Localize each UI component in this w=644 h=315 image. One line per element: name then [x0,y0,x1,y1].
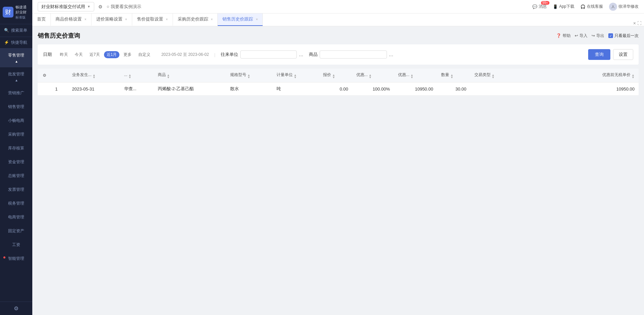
date-opt-last7[interactable]: 近7天 [87,51,103,58]
workspace-selector[interactable]: 好业财标准版交付试用 ▼ [38,2,94,11]
message-button[interactable]: 💬 99+ 消息 [532,4,547,9]
app-download-button[interactable]: 📱 App下载 [553,4,574,9]
sidebar-search[interactable]: 🔍 搜索菜单 [0,24,32,37]
sidebar-item-label: 采购管理 [8,132,24,137]
sidebar-item-ecommerce-small[interactable]: 小畅电商 [0,114,32,128]
product-input[interactable] [320,50,387,59]
column-settings-icon[interactable]: ⚙ [43,73,46,78]
demo-link[interactable]: ○ 我要看实例演示 [107,4,141,10]
import-icon: ↩ [575,33,578,38]
product-dots-button[interactable]: ... [389,51,393,58]
tab-close-window-icon[interactable]: × [633,21,636,26]
col-unit[interactable]: 计量单位▲▼ [273,69,319,82]
sidebar-item-sales[interactable]: 销售管理 [0,100,32,114]
sidebar-item-accounting[interactable]: 总账管理 [0,169,32,183]
sidebar-item-purchase[interactable]: 采购管理 [0,128,32,141]
col-trade-type[interactable]: 交易类型▲▼ [470,69,517,82]
tab-sale-extract[interactable]: 售价提取设置 × [132,13,173,26]
export-button[interactable]: ↪ 导出 [592,33,604,39]
avatar: 人 [609,3,617,11]
source-unit-dots-button[interactable]: ... [299,51,303,58]
col-pretax-price[interactable]: 优惠前无税单价▲▼ [572,69,639,82]
tab-close-icon[interactable]: × [256,18,258,21]
date-opt-more[interactable]: 更多 [121,51,134,58]
col-biz-date[interactable]: 业务发生...▲▼ [68,69,120,82]
settings-icon[interactable]: ⚙ [14,305,19,312]
help-button[interactable]: ❓ 帮助 [556,33,571,39]
tab-sales-history[interactable]: 销售历史价跟踪 × [218,13,263,26]
col-product[interactable]: 商品▲▼ [154,69,226,82]
sidebar-item-finance[interactable]: 资金管理 [0,155,32,169]
tab-maximize-icon[interactable]: ⛶ [637,21,641,26]
settings-button[interactable]: 设置 [613,49,633,60]
tab-label: 进价策略设置 [96,16,122,22]
sidebar-logo: 财 畅捷通好业财 标准版 [0,0,32,24]
sidebar-item-inventory[interactable]: 库存核算 [0,141,32,155]
sidebar-item-assets[interactable]: 固定资产 [0,224,32,238]
row-spec: 散水 [226,82,273,96]
sidebar-item-label: 总账管理 [8,173,24,179]
col-discount2[interactable]: 优惠...▲▼ [394,69,437,82]
tab-label: 采购历史价跟踪 [178,16,208,22]
col-discount1[interactable]: 优惠...▲▼ [352,69,394,82]
sidebar-item-smart[interactable]: 智能管理 [0,252,32,266]
smart-dot-indicator [3,256,5,258]
online-service-button[interactable]: 🎧 在线客服 [580,4,603,9]
product-label: 商品 [309,51,318,58]
date-filter-label: 日期 [43,51,52,58]
tab-purchase-history[interactable]: 采购历史价跟踪 × [173,13,218,26]
row-biz-date: 2023-05-31 [68,82,120,96]
sort-icon: ▲▼ [247,74,250,79]
sidebar-quick-nav[interactable]: ⚡ 快捷导航 [0,37,32,48]
date-opt-custom[interactable]: 自定义 [136,51,153,58]
logo-sub: 标准版 [15,15,30,20]
date-opt-yesterday[interactable]: 昨天 [57,51,71,58]
row-discount1: 100.00% [352,82,394,96]
filter-row: 日期 昨天 今天 近7天 近1月 更多 自定义 2023-05-02 至 202… [43,49,633,60]
sidebar-item-invoice[interactable]: 发票管理 [0,183,32,197]
sidebar-item-marketing[interactable]: 营销推广 [0,86,32,100]
sort-icon: ▲▼ [294,74,297,79]
tab-home[interactable]: 首页 [32,13,51,26]
workspace-name: 好业财标准版交付试用 [41,4,85,10]
sidebar-item-label: 税务管理 [8,201,24,206]
tab-purchase-strategy[interactable]: 进价策略设置 × [92,13,132,26]
only-last-checkbox[interactable]: ✓ 只看最后一次 [608,33,639,39]
tab-close-icon[interactable]: × [211,18,213,21]
tab-price-settings[interactable]: 商品价格设置 × [51,13,92,26]
sidebar-item-ecommerce[interactable]: 电商管理 [0,210,32,224]
sort-icon: ▲▼ [410,74,414,79]
query-button[interactable]: 查询 [588,49,610,60]
logo-icon: 财 [3,7,13,18]
source-unit-input[interactable] [240,50,297,59]
app-download-label: App下载 [559,4,574,9]
date-opt-today[interactable]: 今天 [72,51,85,58]
sidebar: 财 畅捷通好业财 标准版 🔍 搜索菜单 ⚡ 快捷导航 零售管理 ▲ 批发管理 ▲… [0,0,32,315]
col-more[interactable]: ...▲▼ [120,69,154,82]
row-trade-type [470,82,517,96]
topbar-right: 💬 99+ 消息 📱 App下载 🎧 在线客服 人 徐泽华修改 [532,3,639,11]
sidebar-item-wholesale[interactable]: 批发管理 ▲ [0,67,32,86]
user-profile-button[interactable]: 人 徐泽华修改 [609,3,639,11]
tab-close-icon[interactable]: × [166,18,168,21]
date-opt-last1month[interactable]: 近1月 [104,51,120,58]
date-range-text: 2023-05-02 至 2023-06-02 [161,52,209,58]
sidebar-item-tax[interactable]: 税务管理 [0,197,32,210]
sidebar-item-label: 智能管理 [8,256,24,261]
chevron-icon: ▲ [15,78,18,82]
col-quantity[interactable]: 数量▲▼ [437,69,470,82]
online-service-label: 在线客服 [587,4,603,9]
sort-icon: ▲▼ [492,74,495,79]
topbar-settings-icon[interactable]: ⚙ [98,4,103,9]
sort-icon: ▲▼ [369,74,372,79]
tab-close-icon[interactable]: × [125,18,127,21]
sidebar-item-payroll[interactable]: 工资 [0,238,32,252]
col-settings[interactable]: ⚙ [38,69,51,82]
import-button[interactable]: ↩ 导入 [575,33,587,39]
col-spec[interactable]: 规格型号▲▼ [226,69,273,82]
demo-icon: ○ [107,4,109,9]
sidebar-item-label: 工资 [12,242,20,248]
sidebar-item-retail[interactable]: 零售管理 ▲ [0,48,32,67]
col-price[interactable]: 报价▲▼ [319,69,352,82]
tab-close-icon[interactable]: × [84,18,86,21]
